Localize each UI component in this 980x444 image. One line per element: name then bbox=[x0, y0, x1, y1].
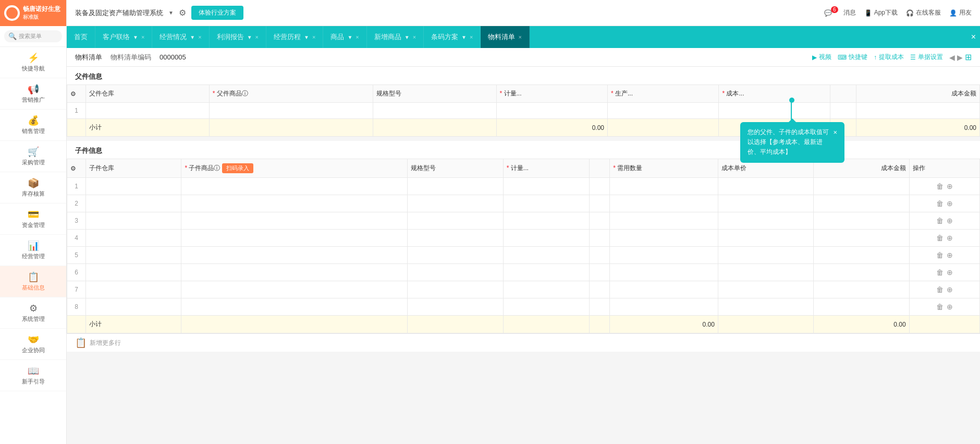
child-row-4-quantity[interactable] bbox=[610, 230, 718, 247]
copy-icon-3[interactable]: ⊕ bbox=[947, 217, 953, 225]
child-row-3-quantity[interactable] bbox=[610, 212, 718, 230]
tab-customer-close[interactable]: × bbox=[141, 34, 144, 40]
sidebar-item-guide[interactable]: 📖 新手引导 bbox=[0, 360, 66, 391]
tab-profit[interactable]: 利润报告 ▼ × bbox=[210, 26, 266, 48]
child-row-8-unit[interactable] bbox=[503, 298, 589, 316]
child-row-6-warehouse[interactable] bbox=[86, 264, 181, 281]
child-row-2-unit[interactable] bbox=[503, 195, 589, 212]
child-row-7-quantity[interactable] bbox=[610, 281, 718, 298]
sidebar-item-system[interactable]: ⚙ 系统管理 bbox=[0, 297, 66, 329]
child-row-4-unit[interactable] bbox=[503, 230, 589, 247]
child-row-2-warehouse[interactable] bbox=[86, 195, 181, 212]
child-row-5-goods[interactable] bbox=[181, 247, 408, 264]
child-row-4-goods[interactable] bbox=[181, 230, 408, 247]
sidebar-item-finance[interactable]: 💳 资金管理 bbox=[0, 203, 66, 235]
child-row-4-unit-cost[interactable] bbox=[718, 230, 813, 247]
child-row-6-unit-cost[interactable] bbox=[718, 264, 813, 281]
child-row-7-goods[interactable] bbox=[181, 281, 408, 298]
child-row-3-warehouse[interactable] bbox=[86, 212, 181, 230]
sidebar-item-marketing[interactable]: 📢 营销推广 bbox=[0, 78, 66, 110]
child-row-4-spec[interactable] bbox=[408, 230, 503, 247]
child-row-4-amount[interactable] bbox=[814, 230, 909, 247]
child-row-5-spec[interactable] bbox=[408, 247, 503, 264]
child-row-1-warehouse[interactable] bbox=[86, 178, 181, 195]
child-row-7-unit[interactable] bbox=[503, 281, 589, 298]
delete-icon-1[interactable]: 🗑 bbox=[936, 182, 944, 190]
child-row-6-spec[interactable] bbox=[408, 264, 503, 281]
scan-btn[interactable]: 扫码录入 bbox=[222, 163, 253, 173]
sidebar-item-inventory[interactable]: 📦 库存核算 bbox=[0, 172, 66, 203]
child-row-3-spec[interactable] bbox=[408, 212, 503, 230]
sidebar-item-quick-nav[interactable]: ⚡ 快捷导航 bbox=[0, 47, 66, 78]
parent-row-1-production[interactable] bbox=[607, 103, 718, 119]
sidebar-item-enterprise[interactable]: 🤝 企业协同 bbox=[0, 329, 66, 360]
shortcut-action[interactable]: ⌨ 快捷键 bbox=[838, 53, 867, 62]
child-row-7-spec[interactable] bbox=[408, 281, 503, 298]
delete-icon-5[interactable]: 🗑 bbox=[936, 251, 944, 259]
sidebar-item-sales[interactable]: 💰 销售管理 bbox=[0, 110, 66, 141]
child-row-1-unit-cost[interactable] bbox=[718, 178, 813, 195]
grid-view-icon[interactable]: ⊞ bbox=[965, 52, 972, 62]
parent-row-1-spec[interactable] bbox=[373, 103, 496, 119]
tab-goods-close[interactable]: × bbox=[356, 34, 359, 40]
app-download-group[interactable]: 📱 App下载 bbox=[864, 8, 898, 17]
child-row-3-amount[interactable] bbox=[814, 212, 909, 230]
child-row-6-unit[interactable] bbox=[503, 264, 589, 281]
child-row-7-unit-cost[interactable] bbox=[718, 281, 813, 298]
tab-new-goods[interactable]: 新增商品 ▼ × bbox=[367, 26, 424, 48]
child-row-7-amount[interactable] bbox=[814, 281, 909, 298]
child-row-8-amount[interactable] bbox=[814, 298, 909, 316]
copy-icon-8[interactable]: ⊕ bbox=[947, 303, 953, 311]
child-row-2-quantity[interactable] bbox=[610, 195, 718, 212]
copy-icon-4[interactable]: ⊕ bbox=[947, 234, 953, 242]
tab-history-close[interactable]: × bbox=[312, 34, 315, 40]
child-row-7-warehouse[interactable] bbox=[86, 281, 181, 298]
tab-profit-close[interactable]: × bbox=[255, 34, 259, 40]
tab-customer[interactable]: 客户联络 ▼ × bbox=[95, 26, 152, 48]
parent-row-1-unit[interactable] bbox=[496, 103, 607, 119]
child-row-1-goods[interactable] bbox=[181, 178, 408, 195]
parent-row-1-cost[interactable] bbox=[719, 103, 830, 119]
tab-situation[interactable]: 经营情况 ▼ × bbox=[152, 26, 209, 48]
tab-bar-close-btn[interactable]: × bbox=[971, 32, 976, 42]
child-row-3-unit[interactable] bbox=[503, 212, 589, 230]
child-row-5-unit[interactable] bbox=[503, 247, 589, 264]
sidebar-item-operations[interactable]: 📊 经营管理 bbox=[0, 235, 66, 266]
child-row-5-quantity[interactable] bbox=[610, 247, 718, 264]
parent-th-settings[interactable]: ⚙ bbox=[67, 85, 86, 103]
child-row-8-spec[interactable] bbox=[408, 298, 503, 316]
child-th-settings[interactable]: ⚙ bbox=[67, 159, 86, 178]
child-row-2-amount[interactable] bbox=[814, 195, 909, 212]
prev-page-btn[interactable]: ◀ bbox=[949, 53, 955, 62]
settings-icon[interactable]: ⚙ bbox=[179, 8, 186, 18]
delete-icon-8[interactable]: 🗑 bbox=[936, 303, 944, 311]
child-row-3-unit-cost[interactable] bbox=[718, 212, 813, 230]
child-row-8-unit-cost[interactable] bbox=[718, 298, 813, 316]
single-settings-action[interactable]: ☰ 单据设置 bbox=[910, 53, 943, 62]
child-row-1-amount[interactable] bbox=[814, 178, 909, 195]
view-action[interactable]: ▶ 视频 bbox=[812, 53, 831, 62]
tab-goods[interactable]: 商品 ▼ × bbox=[323, 26, 366, 48]
child-row-8-warehouse[interactable] bbox=[86, 298, 181, 316]
parent-row-1-notes[interactable] bbox=[830, 103, 856, 119]
tab-history[interactable]: 经营历程 ▼ × bbox=[266, 26, 323, 48]
tab-situation-close[interactable]: × bbox=[198, 34, 201, 40]
delete-icon-2[interactable]: 🗑 bbox=[936, 199, 944, 208]
copy-icon-1[interactable]: ⊕ bbox=[947, 182, 953, 190]
tab-bom-close[interactable]: × bbox=[518, 34, 521, 40]
user-group[interactable]: 👤 用友 bbox=[949, 8, 972, 17]
tooltip-close-btn[interactable]: × bbox=[833, 127, 837, 138]
system-dropdown-arrow[interactable]: ▼ bbox=[168, 10, 174, 16]
delete-icon-4[interactable]: 🗑 bbox=[936, 234, 944, 242]
messages-group[interactable]: 💬 6 消息 bbox=[824, 8, 856, 17]
delete-icon-3[interactable]: 🗑 bbox=[936, 217, 944, 225]
copy-icon-5[interactable]: ⊕ bbox=[947, 251, 953, 259]
child-row-5-unit-cost[interactable] bbox=[718, 247, 813, 264]
online-service-group[interactable]: 🎧 在线客服 bbox=[906, 8, 941, 17]
sidebar-item-basic[interactable]: 📋 基础信息 bbox=[0, 266, 66, 297]
extract-cost-action[interactable]: ↑ 提取成本 bbox=[874, 53, 904, 62]
child-row-8-quantity[interactable] bbox=[610, 298, 718, 316]
parent-row-1-amount[interactable] bbox=[856, 103, 980, 119]
tab-bom[interactable]: 物料清单 × bbox=[481, 26, 529, 48]
child-row-2-spec[interactable] bbox=[408, 195, 503, 212]
